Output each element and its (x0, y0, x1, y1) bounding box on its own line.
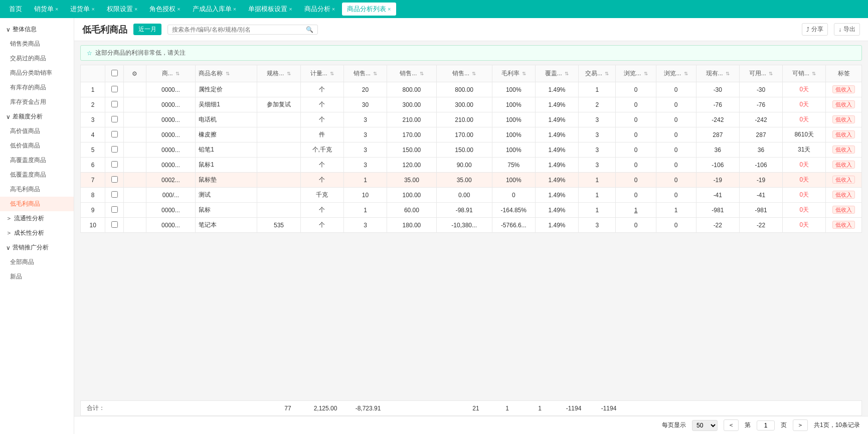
prev-page-btn[interactable]: ＜ (724, 419, 739, 431)
view1-value: 0 (634, 116, 638, 123)
table-row: 9 0000... 鼠标 个 1 60.00 -98.91 -164.85% 1… (81, 203, 862, 218)
sidebar-group-margin[interactable]: ∨ 差额度分析 (0, 109, 74, 124)
row-checkbox-2[interactable] (111, 116, 118, 122)
th-available[interactable]: 可用... ⇅ (739, 65, 782, 82)
cell-coverage: 1.49% (535, 127, 578, 142)
th-gross-rate[interactable]: 毛利率 ⇅ (492, 65, 535, 82)
cell-coverage: 1.49% (535, 158, 578, 173)
cell-sales-amt: 210.00 (387, 112, 437, 127)
th-unit[interactable]: 计量... ⇅ (300, 65, 343, 82)
th-name[interactable]: 商品名称 ⇅ (196, 65, 257, 82)
sidebar-item-low-margin[interactable]: 低毛利商品 (0, 197, 74, 211)
sidebar-item-stock-goods[interactable]: 有库存的商品 (0, 80, 74, 95)
nav-item-product-stock[interactable]: 产成品入库单 × (188, 3, 241, 16)
th-saleable[interactable]: 可销... ⇅ (783, 65, 826, 82)
nav-close-roles[interactable]: × (177, 6, 180, 12)
cell-sales-qty: 10 (343, 188, 387, 203)
search-icon[interactable]: 🔍 (306, 26, 313, 33)
sidebar-item-category-rate[interactable]: 商品分类助销率 (0, 66, 74, 80)
row-checkbox-3[interactable] (111, 131, 118, 137)
sidebar-item-high-value[interactable]: 高价值商品 (0, 124, 74, 138)
cell-tag: 低收入 (826, 112, 862, 127)
cell-view1: 0 (616, 112, 656, 127)
th-sales-profit[interactable]: 销售... ⇅ (436, 65, 492, 82)
row-checkbox-7[interactable] (111, 191, 118, 198)
row-checkbox-4[interactable] (111, 146, 118, 153)
row-checkbox-5[interactable] (111, 161, 118, 168)
sidebar-group-growth[interactable]: ＞ 成长性分析 (0, 226, 74, 240)
nav-close-product-stock[interactable]: × (233, 6, 236, 12)
cell-spec (257, 82, 300, 97)
nav-item-purchase[interactable]: 进货单 × (65, 3, 99, 16)
th-tag[interactable]: 标签 (826, 65, 862, 82)
sidebar-group-flow[interactable]: ＞ 流通性分析 (0, 211, 74, 226)
cell-trade: 3 (579, 112, 616, 127)
th-sales-amt[interactable]: 销售... ⇅ (387, 65, 437, 82)
per-page-select[interactable]: 50 20 100 (692, 420, 718, 431)
sidebar-item-high-margin[interactable]: 高毛利商品 (0, 182, 74, 197)
cell-saleable: 31天 (783, 142, 826, 158)
sidebar-item-all-goods[interactable]: 全部商品 (0, 255, 74, 269)
select-all-checkbox[interactable] (111, 70, 118, 76)
th-settings[interactable]: ⚙ (124, 65, 146, 82)
th-view2[interactable]: 浏览... ⇅ (656, 65, 696, 82)
cell-sales-amt: 35.00 (387, 173, 437, 188)
row-checkbox-9[interactable] (111, 221, 118, 228)
th-spec[interactable]: 规格... ⇅ (257, 65, 300, 82)
sidebar-item-low-value[interactable]: 低价值商品 (0, 138, 74, 153)
nav-item-goods-analysis[interactable]: 商品分析 × (299, 3, 340, 16)
sidebar-group-overview[interactable]: ∨ 整体信息 (0, 22, 74, 37)
cell-saleable: 0天 (783, 203, 826, 218)
sort-icon-qty: ⇅ (373, 71, 377, 76)
th-code[interactable]: 商... ⇅ (146, 65, 196, 82)
footer-view1: 1 (491, 405, 524, 412)
search-input[interactable] (172, 26, 306, 33)
th-sales-qty[interactable]: 销售... ⇅ (343, 65, 387, 82)
export-button[interactable]: ↓ 导出 (834, 23, 860, 36)
cell-checkbox (105, 158, 124, 173)
view1-link[interactable]: 1 (634, 207, 638, 214)
next-page-btn[interactable]: ＞ (793, 419, 808, 431)
th-coverage[interactable]: 覆盖... ⇅ (535, 65, 578, 82)
date-filter-button[interactable]: 近一月 (133, 24, 161, 35)
page-number-input[interactable] (757, 420, 775, 430)
nav-item-home[interactable]: 首页 (4, 3, 27, 16)
sidebar-item-new-goods[interactable]: 新品 (0, 269, 74, 284)
sidebar-item-high-coverage[interactable]: 高覆盖度商品 (0, 153, 74, 168)
nav-item-goods-analysis-list[interactable]: 商品分析列表 × (342, 3, 396, 16)
row-checkbox-8[interactable] (111, 206, 118, 213)
cell-view1: 0 (616, 82, 656, 97)
nav-close-goods-analysis-list[interactable]: × (388, 6, 391, 12)
cell-view2: 0 (656, 142, 696, 158)
cell-saleable: 0天 (783, 158, 826, 173)
tag-badge: 低收入 (832, 206, 855, 214)
th-trade[interactable]: 交易... ⇅ (579, 65, 616, 82)
nav-close-purchase[interactable]: × (91, 6, 94, 12)
cell-sales-profit: 800.00 (436, 82, 492, 97)
cell-view1: 0 (616, 97, 656, 112)
nav-close-goods-analysis[interactable]: × (332, 6, 335, 12)
sidebar-item-stock-capital[interactable]: 库存资金占用 (0, 95, 74, 109)
share-button[interactable]: ⤴ 分享 (802, 23, 828, 36)
sort-icon-available: ⇅ (769, 71, 773, 76)
cell-tag: 低收入 (826, 127, 862, 142)
row-checkbox-6[interactable] (111, 176, 118, 183)
nav-item-sales[interactable]: 销货单 × (29, 3, 63, 16)
nav-item-template[interactable]: 单据模板设置 × (243, 3, 297, 16)
cell-sales-profit: -98.91 (436, 203, 492, 218)
row-checkbox-1[interactable] (111, 101, 118, 107)
nav-close-sales[interactable]: × (55, 6, 58, 12)
nav-item-roles[interactable]: 角色授权 × (144, 3, 185, 16)
th-current[interactable]: 现有... ⇅ (696, 65, 739, 82)
sidebar-item-sales-goods[interactable]: 销售类商品 (0, 37, 74, 51)
nav-close-permissions[interactable]: × (134, 6, 137, 12)
sidebar-item-low-coverage[interactable]: 低覆盖度商品 (0, 168, 74, 182)
nav-close-template[interactable]: × (289, 6, 292, 12)
row-checkbox-0[interactable] (111, 86, 118, 92)
cell-view1: 0 (616, 127, 656, 142)
sidebar-item-traded-goods[interactable]: 交易过的商品 (0, 51, 74, 66)
sort-icon-code: ⇅ (176, 71, 180, 76)
nav-item-permissions[interactable]: 权限设置 × (102, 3, 142, 16)
sidebar-group-marketing[interactable]: ∨ 营销推广分析 (0, 240, 74, 255)
th-view1[interactable]: 浏览... ⇅ (616, 65, 656, 82)
